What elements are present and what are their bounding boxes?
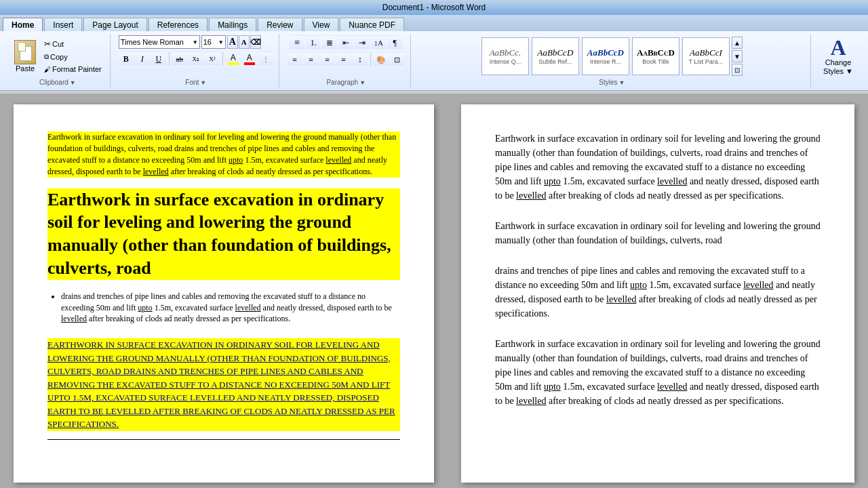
increase-indent-button[interactable]: ⇥ — [355, 35, 370, 50]
font-content: Times New Roman ▼ 16 ▼ A A ⌫ B I — [119, 35, 273, 77]
levelled2: levelled — [143, 167, 169, 176]
ordered-list-button[interactable]: 1. — [306, 35, 321, 50]
r-upto3: upto — [544, 382, 561, 392]
tab-page-layout[interactable]: Page Layout — [83, 18, 146, 31]
superscript-button[interactable]: X² — [205, 52, 220, 66]
style-subtle-ref[interactable]: AaBbCcD Subtle Ref... — [532, 37, 579, 75]
tab-home[interactable]: Home — [3, 18, 43, 31]
title-text: Document1 - Microsoft Word — [382, 3, 486, 12]
change-styles-label: ChangeStyles ▼ — [823, 58, 853, 76]
upto1: upto — [229, 155, 243, 165]
font-size-buttons: A A ⌫ — [227, 35, 261, 49]
paste-button[interactable]: Paste — [11, 38, 39, 75]
r-levelled4: levelled — [606, 294, 636, 304]
right-para2: Earthwork in surface excavation in ordin… — [495, 219, 821, 247]
upto3: upto — [47, 392, 71, 403]
highlight-color-button[interactable]: A — [226, 52, 241, 66]
copy-button[interactable]: ⧉ Copy — [41, 52, 104, 62]
line-spacing-button[interactable]: ↕ — [353, 52, 368, 67]
horizontal-rule — [47, 439, 400, 440]
tab-references[interactable]: References — [149, 18, 208, 31]
cut-button[interactable]: ✂ Cut — [41, 38, 104, 50]
right-para1: Earthwork in surface excavation in ordin… — [495, 131, 821, 203]
left-para1: Earthwork in surface excavation in ordin… — [47, 131, 400, 177]
unordered-list-button[interactable]: ≡ — [290, 35, 304, 50]
ribbon: Home Insert Page Layout References Maili… — [0, 15, 868, 91]
right-para3: drains and trenches of pipe lines and ca… — [495, 264, 821, 321]
levelled1: levelled — [326, 155, 351, 165]
underline-button[interactable]: U — [151, 52, 166, 66]
shading-button[interactable]: 🎨 — [374, 52, 389, 67]
style-intense-ref[interactable]: AaBbCcD Intense R... — [582, 37, 629, 75]
styles-nav: ▲ ▼ ⊡ — [732, 37, 743, 76]
separator2 — [222, 52, 223, 66]
decrease-indent-button[interactable]: ⇤ — [338, 35, 353, 50]
font-increase-button[interactable]: A — [227, 35, 238, 49]
left-heading: Earthwork in surface excavation in ordin… — [47, 188, 400, 280]
tab-nuance-pdf[interactable]: Nuance PDF — [340, 18, 404, 31]
strikethrough-button[interactable]: ab — [172, 52, 187, 66]
bullet-item1: drains and trenches of pipe lines and ca… — [61, 291, 400, 325]
align-left-button[interactable]: ≡ — [288, 52, 302, 67]
clipboard-content: Paste ✂ Cut ⧉ Copy 🖌 Format Painter — [11, 35, 104, 77]
font-decrease-button[interactable]: A — [239, 35, 250, 49]
styles-area: AaBbCc. Intense Q... AaBbCcD Subtle Ref.… — [481, 37, 730, 75]
styles-prev-button[interactable]: ▲ — [732, 37, 743, 49]
bold-button[interactable]: B — [119, 52, 134, 66]
r-levelled2: levelled — [516, 190, 546, 201]
upto2: upto — [138, 303, 152, 312]
change-styles-content: A ChangeStyles ▼ — [819, 35, 857, 77]
format-painter-button[interactable]: 🖌 Format Painter — [41, 64, 104, 75]
style-book-title[interactable]: AaBbCcD Book Title — [632, 37, 679, 75]
document-area: Earthwork in surface excavation in ordin… — [0, 94, 868, 488]
styles-more-button[interactable]: ⊡ — [732, 64, 743, 76]
font-size-selector[interactable]: 16 ▼ — [201, 35, 226, 49]
font-name-selector[interactable]: Times New Roman ▼ — [119, 35, 200, 49]
font-group: Times New Roman ▼ 16 ▼ A A ⌫ B I — [113, 34, 279, 87]
r-upto1: upto — [544, 176, 561, 186]
font-color-button[interactable]: A — [242, 52, 257, 66]
font-row1: Times New Roman ▼ 16 ▼ A A ⌫ — [119, 35, 261, 49]
levelled6: levelled — [106, 406, 151, 416]
italic-button[interactable]: I — [135, 52, 150, 66]
right-page: Earthwork in surface excavation in ordin… — [461, 104, 854, 483]
para-row2: ≡ ≡ ≡ ≡ ↕ 🎨 ⊡ — [288, 52, 405, 67]
right-para4: Earthwork in surface excavation in ordin… — [495, 337, 821, 408]
tab-insert[interactable]: Insert — [44, 18, 82, 31]
bullet-list: drains and trenches of pipe lines and ca… — [61, 291, 400, 325]
sort-button[interactable]: ↕A — [371, 35, 386, 50]
style-list-para[interactable]: AaBbCcI T List Para... — [682, 37, 730, 75]
align-right-button[interactable]: ≡ — [320, 52, 335, 67]
paragraph-label: Paragraph ▼ — [326, 79, 366, 86]
multilevel-list-button[interactable]: ≣ — [322, 35, 337, 50]
separator3 — [370, 53, 371, 66]
styles-label: Styles ▼ — [599, 79, 625, 86]
subscript-button[interactable]: X₂ — [189, 52, 203, 66]
tab-view[interactable]: View — [304, 18, 339, 31]
spacer1 — [47, 325, 400, 338]
clear-format-button[interactable]: ⌫ — [250, 35, 261, 49]
change-styles-button[interactable]: A ChangeStyles ▼ — [819, 35, 857, 77]
show-marks-button[interactable]: ¶ — [387, 35, 402, 50]
styles-content: AaBbCc. Intense Q... AaBbCcD Subtle Ref.… — [481, 35, 743, 77]
text-effects-button[interactable]: ⋮ — [258, 52, 273, 66]
tab-mailings[interactable]: Mailings — [209, 18, 256, 31]
separator1 — [169, 52, 170, 66]
levelled4: levelled — [61, 314, 87, 323]
paragraph-group: ≡ 1. ≣ ⇤ ⇥ ↕A ¶ ≡ ≡ ≡ ≡ ↕ 🎨 ⊡ — [282, 34, 411, 87]
r-upto2: upto — [630, 280, 647, 290]
styles-next-button[interactable]: ▼ — [732, 50, 743, 62]
tab-bar: Home Insert Page Layout References Maili… — [0, 15, 868, 31]
r-levelled3: levelled — [743, 280, 773, 290]
tab-review[interactable]: Review — [258, 18, 302, 31]
left-page: Earthwork in surface excavation in ordin… — [14, 104, 434, 483]
ribbon-content: Paste ✂ Cut ⧉ Copy 🖌 Format Painter — [0, 31, 868, 90]
clipboard-small-buttons: ✂ Cut ⧉ Copy 🖌 Format Painter — [41, 38, 104, 75]
border-button[interactable]: ⊡ — [390, 52, 405, 67]
font-row2: B I U ab X₂ X² A A ⋮ — [119, 52, 273, 66]
style-intense-quote[interactable]: AaBbCc. Intense Q... — [481, 37, 529, 75]
justify-button[interactable]: ≡ — [336, 52, 351, 67]
font-label: Font ▼ — [185, 79, 206, 86]
align-center-button[interactable]: ≡ — [304, 52, 319, 67]
title-bar: Document1 - Microsoft Word — [0, 0, 868, 15]
